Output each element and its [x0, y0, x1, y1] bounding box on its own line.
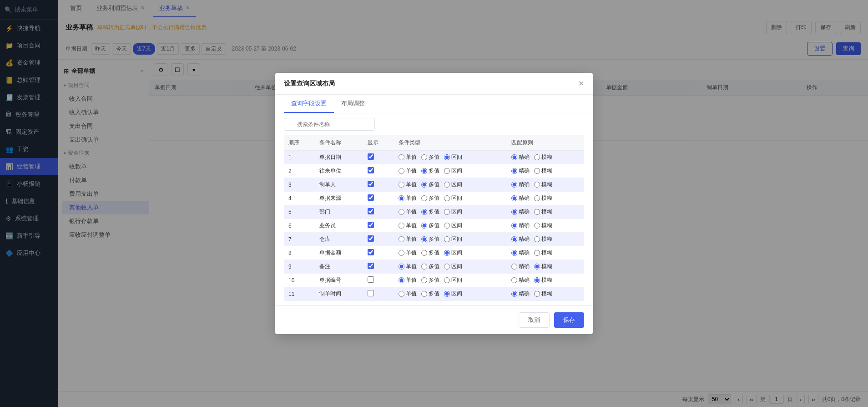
match-radio-label-模糊-10[interactable]: 模糊: [534, 276, 552, 284]
config-type-3[interactable]: 单值多值区间: [394, 178, 507, 192]
show-checkbox-2[interactable]: [368, 167, 374, 173]
config-match-1[interactable]: 精确模糊: [507, 151, 584, 164]
type-radio-区间-10[interactable]: [444, 277, 450, 283]
config-type-2[interactable]: 单值多值区间: [394, 164, 507, 178]
type-radio-label-多值-4[interactable]: 多值: [421, 194, 439, 202]
match-radio-模糊-5[interactable]: [534, 209, 540, 215]
match-radio-label-模糊-6[interactable]: 模糊: [534, 222, 552, 229]
match-radio-label-精确-4[interactable]: 精确: [511, 194, 530, 202]
match-radio-模糊-1[interactable]: [534, 154, 540, 160]
match-radio-精确-9[interactable]: [511, 264, 517, 270]
type-radio-多值-4[interactable]: [421, 195, 427, 201]
type-radio-区间-3[interactable]: [444, 182, 450, 188]
match-radio-label-模糊-4[interactable]: 模糊: [534, 194, 552, 202]
type-radio-label-多值-11[interactable]: 多值: [421, 290, 439, 298]
type-radio-label-多值-9[interactable]: 多值: [421, 263, 439, 270]
type-radio-label-区间-9[interactable]: 区间: [444, 263, 462, 270]
type-radio-多值-8[interactable]: [421, 250, 427, 256]
type-radio-label-区间-6[interactable]: 区间: [444, 222, 462, 229]
type-radio-区间-4[interactable]: [444, 195, 450, 201]
tab-layout-adjust[interactable]: 布局调整: [334, 95, 372, 113]
type-radio-区间-2[interactable]: [444, 168, 450, 174]
type-radio-多值-5[interactable]: [421, 209, 427, 215]
config-type-11[interactable]: 单值多值区间: [394, 287, 507, 301]
match-radio-模糊-10[interactable]: [534, 277, 540, 283]
type-radio-区间-8[interactable]: [444, 250, 450, 256]
config-show-3[interactable]: [363, 178, 394, 192]
config-show-5[interactable]: [363, 205, 394, 219]
config-match-7[interactable]: 精确模糊: [507, 233, 584, 246]
cancel-button[interactable]: 取消: [519, 312, 550, 328]
type-radio-label-区间-2[interactable]: 区间: [444, 167, 462, 175]
config-type-8[interactable]: 单值多值区间: [394, 246, 507, 260]
match-radio-label-精确-7[interactable]: 精确: [511, 235, 530, 243]
match-radio-label-模糊-7[interactable]: 模糊: [534, 235, 552, 243]
type-radio-单值-1[interactable]: [399, 154, 404, 160]
type-radio-单值-6[interactable]: [399, 223, 404, 229]
show-checkbox-1[interactable]: [368, 153, 374, 160]
type-radio-单值-7[interactable]: [399, 236, 404, 242]
match-radio-模糊-2[interactable]: [534, 168, 540, 174]
match-radio-精确-3[interactable]: [511, 182, 517, 188]
match-radio-label-模糊-1[interactable]: 模糊: [534, 153, 552, 161]
config-show-6[interactable]: [363, 219, 394, 233]
match-radio-模糊-11[interactable]: [534, 291, 540, 297]
show-checkbox-8[interactable]: [368, 249, 374, 255]
match-radio-label-精确-8[interactable]: 精确: [511, 249, 530, 257]
config-show-7[interactable]: [363, 233, 394, 246]
match-radio-label-模糊-5[interactable]: 模糊: [534, 208, 552, 216]
config-match-8[interactable]: 精确模糊: [507, 246, 584, 260]
config-match-11[interactable]: 精确模糊: [507, 287, 584, 301]
type-radio-单值-2[interactable]: [399, 168, 404, 174]
type-radio-label-单值-3[interactable]: 单值: [399, 181, 417, 188]
type-radio-label-区间-8[interactable]: 区间: [444, 249, 462, 257]
type-radio-label-多值-8[interactable]: 多值: [421, 249, 439, 257]
type-radio-多值-3[interactable]: [421, 182, 427, 188]
match-radio-label-模糊-9[interactable]: 模糊: [534, 263, 552, 270]
config-type-7[interactable]: 单值多值区间: [394, 233, 507, 246]
config-show-1[interactable]: [363, 151, 394, 164]
config-match-10[interactable]: 精确模糊: [507, 274, 584, 287]
config-show-11[interactable]: [363, 287, 394, 301]
config-type-9[interactable]: 单值多值区间: [394, 260, 507, 274]
match-radio-精确-8[interactable]: [511, 250, 517, 256]
show-checkbox-5[interactable]: [368, 208, 374, 214]
show-checkbox-7[interactable]: [368, 235, 374, 242]
config-type-5[interactable]: 单值多值区间: [394, 205, 507, 219]
type-radio-label-多值-7[interactable]: 多值: [421, 235, 439, 243]
type-radio-label-多值-6[interactable]: 多值: [421, 222, 439, 229]
type-radio-label-多值-1[interactable]: 多值: [421, 153, 439, 161]
show-checkbox-4[interactable]: [368, 194, 374, 201]
type-radio-区间-5[interactable]: [444, 209, 450, 215]
config-type-6[interactable]: 单值多值区间: [394, 219, 507, 233]
match-radio-模糊-9[interactable]: [534, 264, 540, 270]
match-radio-模糊-7[interactable]: [534, 236, 540, 242]
show-checkbox-9[interactable]: [368, 263, 374, 269]
config-match-2[interactable]: 精确模糊: [507, 164, 584, 178]
match-radio-精确-4[interactable]: [511, 195, 517, 201]
match-radio-精确-6[interactable]: [511, 223, 517, 229]
match-radio-label-模糊-3[interactable]: 模糊: [534, 181, 552, 188]
match-radio-label-精确-11[interactable]: 精确: [511, 290, 530, 298]
type-radio-label-多值-3[interactable]: 多值: [421, 181, 439, 188]
type-radio-label-单值-2[interactable]: 单值: [399, 167, 417, 175]
type-radio-label-区间-1[interactable]: 区间: [444, 153, 462, 161]
config-match-3[interactable]: 精确模糊: [507, 178, 584, 192]
type-radio-多值-1[interactable]: [421, 154, 427, 160]
config-type-10[interactable]: 单值多值区间: [394, 274, 507, 287]
type-radio-label-区间-4[interactable]: 区间: [444, 194, 462, 202]
match-radio-模糊-4[interactable]: [534, 195, 540, 201]
save-dialog-button[interactable]: 保存: [554, 312, 584, 328]
type-radio-label-区间-10[interactable]: 区间: [444, 276, 462, 284]
type-radio-label-多值-5[interactable]: 多值: [421, 208, 439, 216]
type-radio-多值-6[interactable]: [421, 223, 427, 229]
match-radio-模糊-3[interactable]: [534, 182, 540, 188]
type-radio-多值-9[interactable]: [421, 264, 427, 270]
config-type-4[interactable]: 单值多值区间: [394, 192, 507, 205]
match-radio-精确-10[interactable]: [511, 277, 517, 283]
match-radio-label-模糊-2[interactable]: 模糊: [534, 167, 552, 175]
match-radio-label-模糊-11[interactable]: 模糊: [534, 290, 552, 298]
type-radio-多值-7[interactable]: [421, 236, 427, 242]
show-checkbox-11[interactable]: [368, 290, 374, 296]
match-radio-精确-2[interactable]: [511, 168, 517, 174]
